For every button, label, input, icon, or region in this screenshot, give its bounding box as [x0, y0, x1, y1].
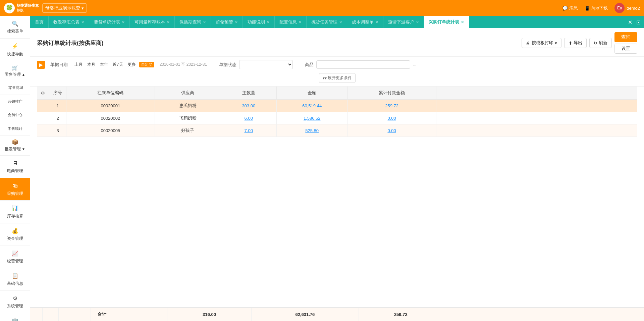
date-range-display: 2016-01-01 至 2023-12-31: [160, 62, 207, 67]
row-amount: 60,519.44: [276, 100, 347, 112]
close-all-tabs-button[interactable]: ✕: [627, 18, 633, 26]
user-profile[interactable]: Ea demo2: [614, 3, 640, 13]
close-receive-summary[interactable]: ✕: [81, 20, 84, 24]
date-shortcuts: 上月 本月 本年 近7天 更多 自定义: [73, 61, 154, 68]
tab-receive-summary-label: 收发存汇总表: [53, 19, 79, 25]
tab-overstock-warning[interactable]: 超储预警 ✕: [211, 16, 243, 28]
goods-filter-label: 商品: [305, 62, 314, 68]
shortcut-last-7days[interactable]: 近7天: [111, 61, 124, 68]
search-icon: 🔍: [12, 20, 18, 28]
sidebar-label-basic-info: 基础信息: [7, 281, 23, 286]
goods-input[interactable]: [316, 60, 410, 69]
avatar-text: Ea: [617, 6, 622, 10]
sidebar-item-system[interactable]: ⚙ 系统管理: [0, 291, 30, 313]
row-supplier: 惠氏奶粉: [155, 100, 221, 112]
expand-more-conditions-button[interactable]: ▾▾ 展开更多条件: [319, 73, 356, 83]
workspace-selector[interactable]: 母婴行业演示账套 ▾: [42, 3, 87, 13]
sidebar-item-retail-shop[interactable]: 零售商城: [0, 81, 30, 95]
tab-function-desc[interactable]: 功能说明 ✕: [243, 16, 275, 28]
shortcut-this-month[interactable]: 本月: [86, 61, 97, 68]
sidebar-item-basic-info[interactable]: 📋 基础信息: [0, 268, 30, 291]
sidebar-item-capital[interactable]: 💰 资金管理: [0, 223, 30, 246]
row-paid: 0.00: [347, 112, 436, 124]
close-invite-downstream[interactable]: ✕: [416, 20, 419, 24]
print-button[interactable]: 🖨 按模板打印 ▾: [522, 38, 561, 48]
content-area: 首页 收发存汇总表 ✕ 要货单统计表 ✕ 可用量库存账本 ✕ 保质期查询 ✕ 超…: [30, 16, 644, 321]
row-settings[interactable]: [37, 100, 49, 112]
sidebar-item-members[interactable]: 会员中心: [0, 108, 30, 122]
sidebar-label-purchase: 采购管理: [7, 191, 23, 197]
close-cost-adjust[interactable]: ✕: [375, 20, 378, 24]
sidebar-item-ecommerce[interactable]: 🖥 电商管理: [0, 156, 30, 178]
tab-cost-adjust[interactable]: 成本调整单 ✕: [347, 16, 383, 28]
filter-toggle-button[interactable]: ▶: [37, 61, 45, 69]
sidebar-item-retail-stats[interactable]: 零售统计: [0, 122, 30, 136]
tab-receive-summary[interactable]: 收发存汇总表 ✕: [49, 16, 89, 28]
wholesale-icon: 📦: [12, 139, 18, 145]
tab-purchase-stats[interactable]: 采购订单统计表 ✕: [424, 16, 469, 28]
refresh-icon: ↻: [594, 41, 597, 46]
col-num: 序号: [49, 87, 66, 100]
refresh-button[interactable]: ↻ 刷新: [589, 38, 612, 48]
row-code: 00020001: [66, 100, 155, 112]
shortcut-last-month[interactable]: 上月: [73, 61, 84, 68]
tab-expiry-query[interactable]: 保质期查询 ✕: [175, 16, 211, 28]
close-goods-stats[interactable]: ✕: [122, 20, 125, 24]
custom-date-badge[interactable]: 自定义: [139, 62, 154, 67]
sidebar-item-wholesale[interactable]: 📦 批发管理 ▼: [0, 136, 30, 156]
sidebar-item-inventory[interactable]: 📊 库存核算: [0, 201, 30, 223]
app-download-button[interactable]: 📱 App下载: [585, 5, 608, 11]
sidebar-item-purchase[interactable]: 🛍 采购管理: [0, 178, 30, 201]
close-available-stock[interactable]: ✕: [167, 20, 170, 24]
status-select[interactable]: [239, 60, 293, 69]
page-actions: 🖨 按模板打印 ▾ ⬆ 导出 ↻ 刷新 查询 设置: [522, 32, 637, 54]
sidebar-item-retail[interactable]: 🛒 零售管理 ▲: [0, 61, 30, 81]
col-settings[interactable]: ⚙: [37, 87, 49, 100]
tab-goods-stats[interactable]: 要货单统计表 ✕: [89, 16, 130, 28]
close-config-info[interactable]: ✕: [299, 20, 302, 24]
tab-home[interactable]: 首页: [30, 16, 49, 28]
sidebar-item-shortcuts[interactable]: ⚡ 快捷导航: [0, 39, 30, 61]
close-pick-task[interactable]: ✕: [339, 20, 342, 24]
close-expiry-query[interactable]: ✕: [203, 20, 206, 24]
tab-invite-downstream[interactable]: 邀请下游客户 ✕: [383, 16, 424, 28]
status-filter-label: 单据状态: [219, 62, 236, 68]
message-button[interactable]: 💬 消息: [562, 5, 578, 11]
tab-config-info[interactable]: 配置信息 ✕: [275, 16, 307, 28]
refresh-label: 刷新: [599, 40, 607, 46]
inventory-icon: 📊: [12, 205, 18, 212]
footer-paid-cell: 259.72: [359, 308, 443, 321]
sidebar-item-enterprise[interactable]: 🏢 企业协同: [0, 313, 30, 321]
goods-more-dots[interactable]: ...: [413, 62, 416, 67]
close-function-desc[interactable]: ✕: [267, 20, 270, 24]
sidebar-item-marketing[interactable]: 营销推广: [0, 95, 30, 108]
maximize-button[interactable]: ⊡: [636, 18, 641, 26]
tab-pick-task[interactable]: 拣货任务管理 ✕: [307, 16, 347, 28]
table-row[interactable]: 2 00020002 飞鹤奶粉 6.00 1,586.52 0.00: [37, 112, 637, 124]
close-overstock-warning[interactable]: ✕: [235, 20, 238, 24]
expand-icon: ▾▾: [323, 76, 327, 81]
export-button[interactable]: ⬆ 导出: [564, 38, 587, 48]
export-icon: ⬆: [569, 41, 572, 46]
sidebar-item-search[interactable]: 🔍 搜索英单: [0, 16, 30, 39]
row-settings[interactable]: [37, 112, 49, 124]
shortcut-more[interactable]: 更多: [126, 61, 137, 68]
query-button[interactable]: 查询: [614, 32, 637, 42]
tab-available-stock-label: 可用量库存账本: [135, 19, 165, 25]
row-settings[interactable]: [37, 124, 49, 137]
avatar: Ea: [614, 3, 625, 13]
enterprise-icon: 🏢: [12, 317, 18, 321]
table-row[interactable]: 3 00020005 好孩子 7.00 525.80 0.00: [37, 124, 637, 137]
settings-button[interactable]: 设置: [614, 44, 637, 54]
table-body: 1 00020001 惠氏奶粉 303.00 60,519.44 259.72 …: [37, 100, 637, 137]
row-supplier: 飞鹤奶粉: [155, 112, 221, 124]
shortcut-this-year[interactable]: 本年: [99, 61, 109, 68]
tab-available-stock[interactable]: 可用量库存账本 ✕: [130, 16, 175, 28]
message-label: 消息: [569, 5, 578, 11]
table-row[interactable]: 1 00020001 惠氏奶粉 303.00 60,519.44 259.72: [37, 100, 637, 112]
close-purchase-stats[interactable]: ✕: [461, 20, 464, 24]
row-extra: [436, 112, 637, 124]
sidebar-label-inventory: 库存核算: [7, 213, 23, 219]
sidebar-item-operations[interactable]: 📈 经营管理: [0, 246, 30, 268]
row-paid: 259.72: [347, 100, 436, 112]
